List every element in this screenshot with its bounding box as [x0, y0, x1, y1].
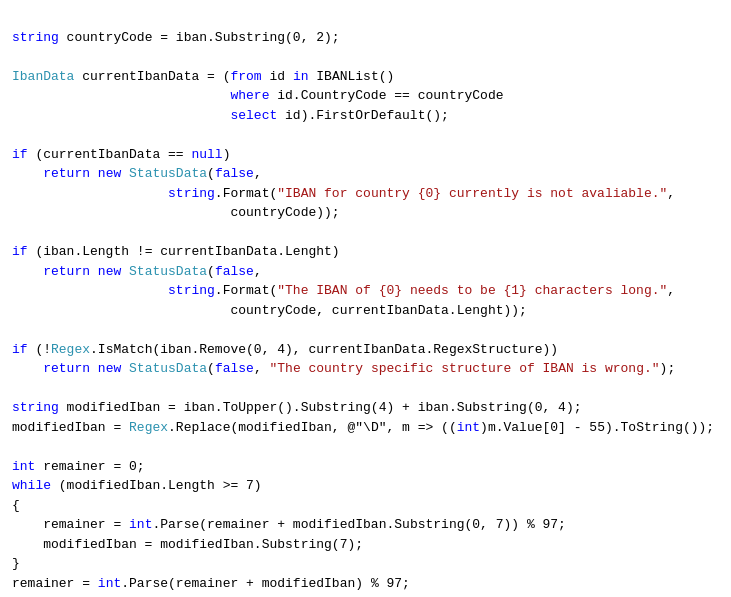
code-token: { [12, 498, 20, 513]
code-token: Regex [129, 420, 168, 435]
code-token: in [293, 69, 309, 84]
code-token: int [457, 420, 480, 435]
code-token: )m.Value[0] - 55).ToString()); [480, 420, 714, 435]
code-token: (! [28, 342, 51, 357]
code-token: IBANList() [309, 69, 395, 84]
code-token [121, 361, 129, 376]
code-token: StatusData [129, 264, 207, 279]
code-token: id.CountryCode == countryCode [269, 88, 503, 103]
code-line: } [12, 554, 719, 574]
code-token: ( [207, 361, 215, 376]
code-line: string.Format("IBAN for country {0} curr… [12, 184, 719, 204]
code-token: ( [207, 166, 215, 181]
code-line: countryCode, currentIbanData.Lenght)); [12, 301, 719, 321]
code-token [90, 166, 98, 181]
code-token: "The country specific structure of IBAN … [270, 361, 660, 376]
code-token: , [667, 186, 675, 201]
code-line [12, 593, 719, 597]
code-token: countryCode, currentIbanData.Lenght)); [230, 303, 526, 318]
code-line: modifiedIban = Regex.Replace(modifiedIba… [12, 418, 719, 438]
code-token: "The IBAN of {0} needs to be {1} charact… [277, 283, 667, 298]
code-line [12, 223, 719, 243]
code-token [12, 205, 230, 220]
code-token: .Format( [215, 186, 277, 201]
code-token: if [12, 147, 28, 162]
code-line: string.Format("The IBAN of {0} needs to … [12, 281, 719, 301]
code-token: IbanData [12, 69, 74, 84]
code-token: false [215, 166, 254, 181]
code-line [12, 437, 719, 457]
code-token: StatusData [129, 361, 207, 376]
code-line: countryCode)); [12, 203, 719, 223]
code-token: string [168, 186, 215, 201]
code-line: remainer = int.Parse(remainer + modified… [12, 515, 719, 535]
code-token: modifiedIban = [12, 420, 129, 435]
code-token: Regex [51, 342, 90, 357]
code-token: new [98, 361, 121, 376]
code-token: .Replace(modifiedIban, @"\D", m => (( [168, 420, 457, 435]
code-token: new [98, 166, 121, 181]
code-token: , [254, 166, 262, 181]
code-token: return [43, 264, 90, 279]
code-line: if (iban.Length != currentIbanData.Lengh… [12, 242, 719, 262]
code-token: new [98, 264, 121, 279]
code-token: , [667, 283, 675, 298]
code-line: return new StatusData(false, [12, 164, 719, 184]
code-token: .Parse(remainer + modifiedIban) % 97; [121, 576, 410, 591]
code-token: id).FirstOrDefault(); [277, 108, 449, 123]
code-token: string [12, 30, 59, 45]
code-token: , [254, 361, 270, 376]
code-line: IbanData currentIbanData = (from id in I… [12, 67, 719, 87]
code-line: if (!Regex.IsMatch(iban.Remove(0, 4), cu… [12, 340, 719, 360]
code-token [12, 166, 43, 181]
code-line: select id).FirstOrDefault(); [12, 106, 719, 126]
code-token: string [168, 283, 215, 298]
code-token [121, 166, 129, 181]
code-token: modifiedIban = modifiedIban.Substring(7)… [12, 537, 363, 552]
code-token: false [215, 264, 254, 279]
code-token: from [230, 69, 261, 84]
code-line: modifiedIban = modifiedIban.Substring(7)… [12, 535, 719, 555]
code-token: while [12, 478, 51, 493]
code-token: } [12, 556, 20, 571]
code-token [12, 303, 230, 318]
code-token: ); [660, 361, 676, 376]
code-line: while (modifiedIban.Length >= 7) [12, 476, 719, 496]
code-line: return new StatusData(false, [12, 262, 719, 282]
code-line [12, 47, 719, 67]
code-token: countryCode = iban.Substring(0, 2); [59, 30, 340, 45]
code-line [12, 379, 719, 399]
code-line: int remainer = 0; [12, 457, 719, 477]
code-token: remainer = 0; [35, 459, 144, 474]
code-token [12, 283, 168, 298]
code-token [90, 264, 98, 279]
code-token: ( [207, 264, 215, 279]
code-token: int [12, 459, 35, 474]
code-token: modifiedIban = iban.ToUpper().Substring(… [59, 400, 582, 415]
code-line: if (currentIbanData == null) [12, 145, 719, 165]
code-line [12, 125, 719, 145]
code-editor: string countryCode = iban.Substring(0, 2… [12, 8, 719, 597]
code-token: StatusData [129, 166, 207, 181]
code-token: false [215, 361, 254, 376]
code-line [12, 320, 719, 340]
code-token: return [43, 361, 90, 376]
code-token [12, 186, 168, 201]
code-token: .IsMatch(iban.Remove(0, 4), currentIbanD… [90, 342, 558, 357]
code-line: remainer = int.Parse(remainer + modified… [12, 574, 719, 594]
code-token [90, 361, 98, 376]
code-token [12, 108, 230, 123]
code-token: (currentIbanData == [28, 147, 192, 162]
code-token: int [98, 576, 121, 591]
code-token [12, 88, 230, 103]
code-token: if [12, 342, 28, 357]
code-token: select [230, 108, 277, 123]
code-token: id [262, 69, 293, 84]
code-token: if [12, 244, 28, 259]
code-token: .Parse(remainer + modifiedIban.Substring… [152, 517, 565, 532]
code-line: { [12, 496, 719, 516]
code-token: , [254, 264, 262, 279]
code-token: remainer = [12, 576, 98, 591]
code-token: .Format( [215, 283, 277, 298]
code-token: "IBAN for country {0} currently is not a… [277, 186, 667, 201]
